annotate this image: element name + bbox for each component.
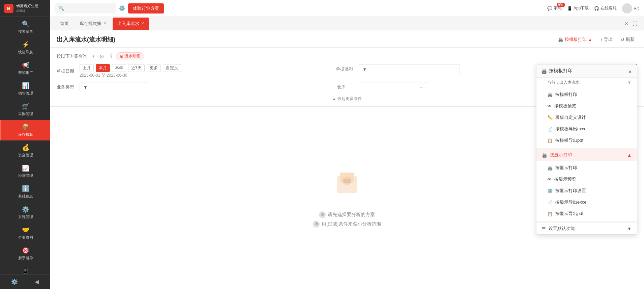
date-btn-7days[interactable]: 近7天 [128, 64, 145, 72]
app-download-item[interactable]: 📱 App下载 [567, 5, 589, 11]
dropdown-default-func[interactable]: ☰ 设置默认功能 ▼ [536, 222, 637, 234]
date-btn-custom[interactable]: 自定义 [163, 64, 181, 72]
biz-select[interactable]: ▼ [80, 82, 147, 92]
display-section-header[interactable]: 🖨️ 按显示打印 ▲ [536, 149, 637, 161]
sidebar-item-guide[interactable]: 🎯 新手引导 [0, 243, 50, 264]
filter-gear-button[interactable]: ⊙ [99, 53, 104, 59]
export-icon: ↑ [601, 37, 603, 42]
page-header-right: 🖨️ 按模板打印 ▲ ↑ 导出 ↺ 刷新 [555, 35, 637, 44]
tip-num-2: ② [313, 221, 320, 228]
tab-flow-close[interactable]: ✕ [141, 21, 144, 26]
display-section-icon: 🖨️ [542, 153, 547, 158]
sidebar-item-marketing[interactable]: 📢 营销推广 [0, 58, 50, 79]
export-button[interactable]: ↑ 导出 [598, 35, 616, 44]
display-pdf-item[interactable]: 📋 按显示导出pdf [536, 208, 637, 219]
sidebar-item-inventory[interactable]: 📦 库存核算 [0, 120, 50, 140]
collapse-sidebar-icon[interactable]: ◀ [35, 279, 39, 285]
sidebar-bottom: ⚙️ ◀ [0, 274, 50, 289]
sidebar-item-collab[interactable]: 🤝 企业协同 [0, 223, 50, 243]
collapse-label: 收起更多条件 [338, 96, 362, 102]
user-avatar-item[interactable]: Rit [622, 3, 639, 14]
sidebar-item-finance[interactable]: 💰 资金管理 [0, 140, 50, 161]
sidebar-scroll: 🔍 搜索菜单 ⚡ 快捷导航 📢 营销推广 📊 销售管理 🛒 采购管理 📦 库存核… [0, 17, 50, 274]
online-service-item[interactable]: 🎧 在线客服 [594, 5, 617, 11]
warehouse-label: 仓库 [337, 84, 357, 90]
sidebar-item-sales[interactable]: 📊 销售管理 [0, 79, 50, 99]
finance-icon: 💰 [22, 144, 29, 151]
template-preview-icon: 👁 [547, 104, 552, 109]
main-area: 🔍 ⚙️ 体验行业方案 💬 消息 99+ 📱 App下载 🎧 在线客服 [50, 0, 644, 289]
collapse-more-button[interactable]: ▲ 收起更多条件 [332, 96, 362, 102]
sidebar-item-search[interactable]: 🔍 搜索菜单 [0, 17, 50, 37]
display-preview-item[interactable]: 👁 按显示预览 [536, 174, 637, 185]
tab-expand-button[interactable]: ⛶ [631, 20, 639, 28]
template-pdf-item[interactable]: 📋 按模板导出pdf [536, 135, 637, 146]
template-print-item[interactable]: 🖨️ 按模板打印 [536, 89, 637, 100]
sidebar-label-collab: 企业协同 [18, 235, 33, 240]
template-excel-item[interactable]: 📄 按模板导出excel [536, 123, 637, 135]
refresh-icon: ↺ [621, 37, 624, 42]
refresh-button[interactable]: ↺ 刷新 [618, 35, 637, 44]
sidebar-item-app-center[interactable]: 📱 应用中心 [0, 264, 50, 274]
settings-gear-icon[interactable]: ⚙️ [119, 5, 125, 11]
sidebar-label-operations: 经营管理 [18, 173, 33, 178]
search-input[interactable] [66, 6, 110, 11]
tab-batch-close[interactable]: ✕ [104, 21, 107, 26]
display-print-item[interactable]: 🖨️ 按显示打印 [536, 162, 637, 174]
sidebar-item-operations[interactable]: 📈 经营管理 [0, 161, 50, 182]
settings-bottom-icon[interactable]: ⚙️ [11, 279, 18, 285]
biz-label: 业务类型 [57, 84, 77, 90]
filter-header: 按以下方案查询 ＋ ⊙ 《 ◉ 流水明细 [57, 52, 637, 60]
dropdown-section-2: 🖨️ 按显示打印 👁 按显示预览 ⚙️ 按显示打印设置 📄 按显示导出excel… [536, 161, 637, 221]
filter-add-button[interactable]: ＋ [91, 53, 96, 60]
tabbar: 首页 库存批次账 ✕ 出入库流水 ✕ ✕ ⛶ [50, 17, 644, 30]
app-download-icon: 📱 [567, 6, 572, 11]
flow-detail-icon: ◉ [120, 54, 123, 59]
template-pdf-icon: 📋 [547, 138, 553, 143]
sidebar-item-system[interactable]: ⚙️ 系统管理 [0, 202, 50, 223]
template-preview-item[interactable]: 👁 按模板预览 [536, 100, 637, 112]
filter-collapse-button[interactable]: 《 [107, 53, 113, 60]
type-select[interactable]: ▼ [359, 64, 460, 74]
date-btn-this-year[interactable]: 本年 [112, 64, 126, 72]
tab-batch[interactable]: 库存批次账 ✕ [75, 18, 111, 30]
sidebar-label-search: 搜索菜单 [18, 29, 33, 34]
display-print-icon: 🖨️ [547, 165, 553, 170]
flow-detail-tag[interactable]: ◉ 流水明细 [116, 52, 144, 60]
topbar-left: 🔍 ⚙️ 体验行业方案 [55, 3, 164, 14]
template-custom-label: 模板自定义设计 [555, 114, 586, 121]
date-btn-prev-month[interactable]: 上月 [80, 64, 94, 72]
marketing-icon: 📢 [22, 61, 29, 69]
display-settings-item[interactable]: ⚙️ 按显示打印设置 [536, 185, 637, 196]
default-func-arrow: ▼ [627, 226, 632, 231]
sidebar-item-basic-info[interactable]: ℹ️ 基础信息 [0, 182, 50, 202]
tab-close-all-button[interactable]: ✕ [623, 20, 630, 28]
headset-icon: 🎧 [594, 6, 599, 11]
sidebar-logo: B 畅捷通好生意 标准版 [0, 0, 50, 17]
filter-biz-item: 业务类型 ▼ [57, 82, 330, 92]
search-icon: 🔍 [22, 20, 29, 28]
dropdown-close-icon[interactable]: ▲ [628, 69, 632, 74]
tab-home[interactable]: 首页 [55, 18, 74, 30]
tab-flow[interactable]: 出入库流水 ✕ [113, 18, 149, 30]
trial-button[interactable]: 体验行业方案 [128, 3, 164, 14]
display-excel-item[interactable]: 📄 按显示导出excel [536, 196, 637, 208]
display-preview-label: 按显示预览 [554, 176, 576, 182]
date-label: 单据日期 [57, 68, 77, 74]
sidebar-item-purchase[interactable]: 🛒 采购管理 [0, 99, 50, 120]
template-print-icon: 🖨️ [547, 92, 553, 97]
date-btn-this-month[interactable]: 本月 [96, 64, 110, 72]
template-custom-icon: ✏️ [547, 115, 553, 120]
search-box[interactable]: 🔍 [55, 3, 116, 14]
date-range: 2023-06-01 至 2023-06-30 [80, 73, 181, 78]
sidebar: B 畅捷通好生意 标准版 🔍 搜索菜单 ⚡ 快捷导航 📢 营销推广 📊 销售管理… [0, 0, 50, 289]
display-pdf-label: 按显示导出pdf [555, 211, 583, 217]
quick-nav-icon: ⚡ [22, 41, 29, 48]
message-item[interactable]: 💬 消息 99+ [547, 5, 562, 11]
template-custom-item[interactable]: ✏️ 模板自定义设计 [536, 112, 637, 123]
print-button[interactable]: 🖨️ 按模板打印 ▲ [555, 35, 595, 44]
warehouse-input[interactable]: ··· [360, 82, 427, 92]
date-btn-more[interactable]: 更多 [147, 64, 161, 72]
dropdown-section-1: 🖨️ 按模板打印 👁 按模板预览 ✏️ 模板自定义设计 📄 按模板导出excel… [536, 87, 637, 148]
sidebar-item-quick-nav[interactable]: ⚡ 快捷导航 [0, 37, 50, 58]
